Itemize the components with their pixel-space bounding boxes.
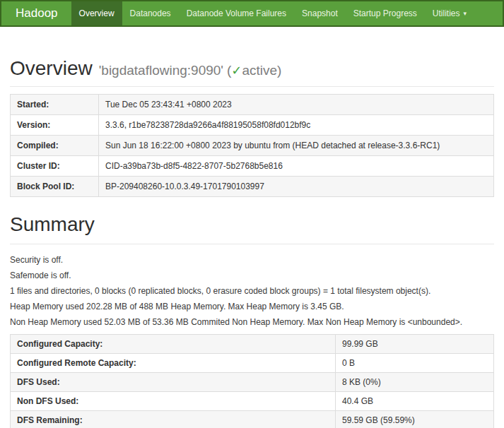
row-value: BP-209408260-10.0.3.49-1701790103997 xyxy=(99,176,494,196)
status-label: active xyxy=(242,63,277,78)
row-value: 0 B xyxy=(336,353,494,372)
row-label: Cluster ID: xyxy=(11,155,99,176)
nav-item-datanodes[interactable]: Datanodes xyxy=(122,1,179,25)
row-value: Sun Jun 18 16:22:00 +0800 2023 by ubuntu… xyxy=(99,135,494,155)
row-value: 8 KB (0%) xyxy=(336,372,494,391)
summary-title: Summary xyxy=(10,214,494,244)
capacity-table: Configured Capacity: 99.99 GB Configured… xyxy=(10,334,494,428)
row-label: DFS Remaining: xyxy=(11,410,336,428)
row-label: Configured Capacity: xyxy=(11,334,336,353)
safemode-status-line: Safemode is off. xyxy=(10,271,494,280)
summary-text-block: Security is off. Safemode is off. 1 file… xyxy=(10,255,494,327)
nav-item-datanode-volume-failures[interactable]: Datanode Volume Failures xyxy=(179,1,294,25)
page-title-text: Overview xyxy=(10,57,93,79)
row-value: Tue Dec 05 23:43:41 +0800 2023 xyxy=(99,94,494,114)
table-row-configured-remote-capacity: Configured Remote Capacity: 0 B xyxy=(11,353,494,372)
row-value: 59.59 GB (59.59%) xyxy=(336,410,494,428)
table-row-dfs-used: DFS Used: 8 KB (0%) xyxy=(11,372,494,391)
main-content: Overview'bigdataflowing:9090'(✓active) S… xyxy=(0,58,504,428)
non-heap-memory-line: Non Heap Memory used 52.03 MB of 53.36 M… xyxy=(10,317,494,327)
filesystem-objects-line: 1 files and directories, 0 blocks (0 rep… xyxy=(10,286,494,296)
nav-menu: Overview Datanodes Datanode Volume Failu… xyxy=(71,1,474,25)
navbar: Hadoop Overview Datanodes Datanode Volum… xyxy=(0,0,504,27)
table-row-cluster-id: Cluster ID: CID-a39ba73b-d8f5-4822-8707-… xyxy=(11,155,494,176)
row-value: 40.4 GB xyxy=(336,391,494,410)
table-row-compiled: Compiled: Sun Jun 18 16:22:00 +0800 2023… xyxy=(11,135,494,155)
active-check-icon: ✓ xyxy=(231,64,242,78)
nav-item-startup-progress[interactable]: Startup Progress xyxy=(346,1,425,25)
nav-item-overview[interactable]: Overview xyxy=(71,1,122,25)
nav-item-utilities-label: Utilities xyxy=(433,8,460,18)
row-value: 3.3.6, r1be78238728da9266a4f88195058f08f… xyxy=(99,114,494,135)
page-subtitle: 'bigdataflowing:9090'(✓active) xyxy=(99,63,282,78)
row-label: Configured Remote Capacity: xyxy=(11,353,336,372)
table-row-configured-capacity: Configured Capacity: 99.99 GB xyxy=(11,334,494,353)
table-row-non-dfs-used: Non DFS Used: 40.4 GB xyxy=(11,391,494,410)
row-label: Version: xyxy=(11,114,99,135)
row-value: 99.99 GB xyxy=(336,334,494,353)
row-label: Block Pool ID: xyxy=(11,176,99,196)
row-label: Non DFS Used: xyxy=(11,391,336,410)
row-label: Started: xyxy=(11,94,99,114)
row-value: CID-a39ba73b-d8f5-4822-8707-5b2768b5e816 xyxy=(99,155,494,176)
brand-hadoop[interactable]: Hadoop xyxy=(1,1,71,25)
caret-down-icon: ▾ xyxy=(463,11,467,17)
overview-table: Started: Tue Dec 05 23:43:41 +0800 2023 … xyxy=(10,94,494,197)
status-badge: (✓active) xyxy=(227,63,281,78)
row-label: DFS Used: xyxy=(11,372,336,391)
table-row-block-pool-id: Block Pool ID: BP-209408260-10.0.3.49-17… xyxy=(11,176,494,196)
security-status-line: Security is off. xyxy=(10,255,494,265)
page-title: Overview'bigdataflowing:9090'(✓active) xyxy=(10,58,494,87)
table-row-started: Started: Tue Dec 05 23:43:41 +0800 2023 xyxy=(11,94,494,114)
table-row-dfs-remaining: DFS Remaining: 59.59 GB (59.59%) xyxy=(11,410,494,428)
nav-item-snapshot[interactable]: Snapshot xyxy=(294,1,346,25)
heap-memory-line: Heap Memory used 202.28 MB of 488 MB Hea… xyxy=(10,302,494,311)
namenode-host: 'bigdataflowing:9090' xyxy=(99,63,223,78)
row-label: Compiled: xyxy=(11,135,99,155)
table-row-version: Version: 3.3.6, r1be78238728da9266a4f881… xyxy=(11,114,494,135)
nav-item-utilities-dropdown[interactable]: Utilities ▾ xyxy=(425,1,474,25)
